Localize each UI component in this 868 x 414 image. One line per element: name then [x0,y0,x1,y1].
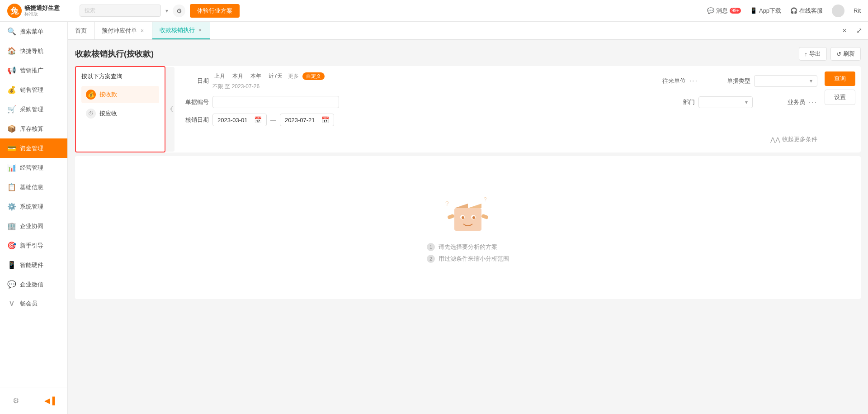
sidebar-item-purchase[interactable]: 🛒 采购管理 [0,100,67,119]
sidebar-item-operation-label: 经营管理 [20,164,43,172]
search-dropdown-arrow[interactable]: ▾ [165,8,168,14]
svg-text:?: ? [484,196,487,203]
doc-type-label: 单据类型 [723,77,750,85]
filter-row-1: 日期 上月 本月 本年 近7天 更多 自定义 不限 至 [182,71,817,90]
online-service-button[interactable]: 🎧 在线客服 [790,7,823,15]
query-button[interactable]: 查询 [825,71,855,86]
sidebar-item-funds-label: 资金管理 [20,144,43,152]
avatar [832,5,844,17]
tab-prepay-close[interactable]: × [140,27,145,35]
sidebar-item-enterprise[interactable]: 🏢 企业协同 [0,216,67,236]
message-icon: 💬 [707,7,714,14]
sidebar-item-hardware[interactable]: 📱 智能硬件 [0,255,67,275]
gear-button[interactable]: ⚙ [173,5,185,17]
date-custom-tag[interactable]: 自定义 [302,72,325,80]
export-button[interactable]: ↑ 导出 [799,47,827,61]
main-content: 首页 预付冲应付单 × 收款核销执行 × × ⤢ 收款核销执行(按收款) [68,22,868,414]
verify-date-start-input[interactable]: 2023-03-01 📅 [212,114,267,126]
maximize-button[interactable]: ⤢ [854,25,864,36]
dept-select[interactable]: ▾ [698,96,753,108]
sales-icon: 💰 [7,86,16,94]
main-layout: 🔍 搜索菜单 🏠 快捷导航 📢 营销推广 💰 销售管理 🛒 采购管理 📦 库存核… [0,22,868,414]
doc-number-input[interactable] [212,96,339,108]
sidebar-item-operation[interactable]: 📊 经营管理 [0,158,67,177]
tab-collection[interactable]: 收款核销执行 × [152,22,210,39]
date-tab-last-month[interactable]: 上月 [212,71,227,81]
collapse-more-button[interactable]: ⋀⋀ 收起更多条件 [182,132,817,147]
sidebar-item-search[interactable]: 🔍 搜索菜单 [0,22,67,41]
empty-step-2: 2 用过滤条件来缩小分析范围 [427,255,509,263]
tab-bar: 首页 预付冲应付单 × 收款核销执行 × × ⤢ [68,22,868,40]
close-tab-button[interactable]: × [839,25,850,36]
doc-number-field: 单据编号 [182,96,339,108]
doc-type-select[interactable]: ▾ [754,75,817,87]
page-content-area: 收款核销执行(按收款) ↑ 导出 ↺ 刷新 按以下方案查询 [68,40,868,414]
sidebar-item-funds[interactable]: 💳 资金管理 [0,138,67,158]
tab-collection-label: 收款核销执行 [160,26,195,34]
refresh-label: 刷新 [843,50,855,58]
dept-field: 部门 ▾ [668,96,753,108]
system-icon: ⚙️ [7,202,16,211]
app-download-button[interactable]: 📱 App下载 [750,7,781,15]
verify-date-end-value: 2023-07-21 [285,117,315,124]
sidebar-item-basic[interactable]: 📋 基础信息 [0,177,67,197]
refresh-icon: ↺ [836,51,841,57]
chevron-up-icon: ⋀⋀ [770,136,780,143]
settings-filter-button[interactable]: 设置 [825,90,855,105]
sidebar-item-member[interactable]: V 畅会员 [0,294,67,313]
sidebar-item-beginner-label: 新手引导 [20,242,43,250]
sidebar-item-shortcuts[interactable]: 🏠 快捷导航 [0,41,67,61]
results-container: ? ? 1 请先选择要分析的方案 2 用过滤条件来缩小分析范围 [75,156,861,299]
message-button[interactable]: 💬 消息 99+ [707,7,741,15]
doc-number-label: 单据编号 [182,98,209,106]
marketing-icon: 📢 [7,66,16,75]
collapse-button[interactable]: ◀▐ [41,393,58,409]
industry-solution-button[interactable]: 体验行业方案 [190,4,240,18]
message-label: 消息 [716,7,728,15]
sidebar-item-wechat[interactable]: 💬 企业微信 [0,275,67,294]
sidebar-item-basic-label: 基础信息 [20,183,43,191]
staff-ellipsis[interactable]: ··· [809,98,817,106]
home-icon: 🏠 [7,47,16,55]
tab-prepay[interactable]: 预付冲应付单 × [94,22,152,39]
svg-point-5 [462,216,464,219]
search-icon: 🔍 [7,27,16,36]
filter-option-by-receivable[interactable]: ⏱ 按应收 [81,105,159,122]
sidebar-bottom: ⚙ ◀▐ [0,387,67,414]
sidebar-item-inventory[interactable]: 📦 库存核算 [0,119,67,138]
funds-icon: 💳 [7,144,16,152]
filter-main: 日期 上月 本月 本年 近7天 更多 自定义 不限 至 [175,66,825,152]
sidebar-item-sales[interactable]: 💰 销售管理 [0,80,67,100]
tab-home[interactable]: 首页 [68,22,94,39]
date-tab-this-year[interactable]: 本年 [249,71,263,81]
partner-label: 往来单位 [659,77,686,85]
app-title: 畅捷通好生意 [24,5,60,12]
export-icon: ↑ [805,51,808,57]
partner-ellipsis[interactable]: ··· [689,77,698,85]
inventory-icon: 📦 [7,124,16,133]
refresh-button[interactable]: ↺ 刷新 [830,47,861,61]
sidebar-item-enterprise-label: 企业协同 [20,222,43,230]
date-tab-this-month[interactable]: 本月 [231,71,245,81]
settings-button[interactable]: ⚙ [9,393,23,409]
date-label: 日期 [182,77,209,85]
sidebar-item-beginner[interactable]: 🎯 新手引导 [0,236,67,255]
verify-date-range: 2023-03-01 📅 — 2023-07-21 📅 [212,114,334,126]
date-tab-7days[interactable]: 近7天 [267,71,284,81]
app-logo: 兔 畅捷通好生意 标准版 [7,4,75,18]
sidebar-item-marketing[interactable]: 📢 营销推广 [0,61,67,80]
svg-text:?: ? [445,200,449,207]
beginner-icon: 🎯 [7,241,16,250]
doc-type-dropdown-icon: ▾ [810,78,812,84]
sidebar-item-marketing-label: 营销推广 [20,67,43,75]
filter-collapse-button[interactable]: 《 [165,67,175,152]
tab-collection-close[interactable]: × [198,26,203,34]
page-actions: ↑ 导出 ↺ 刷新 [799,47,861,61]
filter-option-by-collection[interactable]: 💰 按收款 [81,86,159,103]
search-placeholder-text: 搜索 [85,7,95,14]
app-subtitle: 标准版 [24,11,60,17]
empty-state: ? ? 1 请先选择要分析的方案 2 用过滤条件来缩小分析范围 [75,165,861,290]
date-tab-more[interactable]: 更多 [288,72,299,80]
sidebar-item-system[interactable]: ⚙️ 系统管理 [0,197,67,216]
verify-date-end-input[interactable]: 2023-07-21 📅 [280,114,334,126]
